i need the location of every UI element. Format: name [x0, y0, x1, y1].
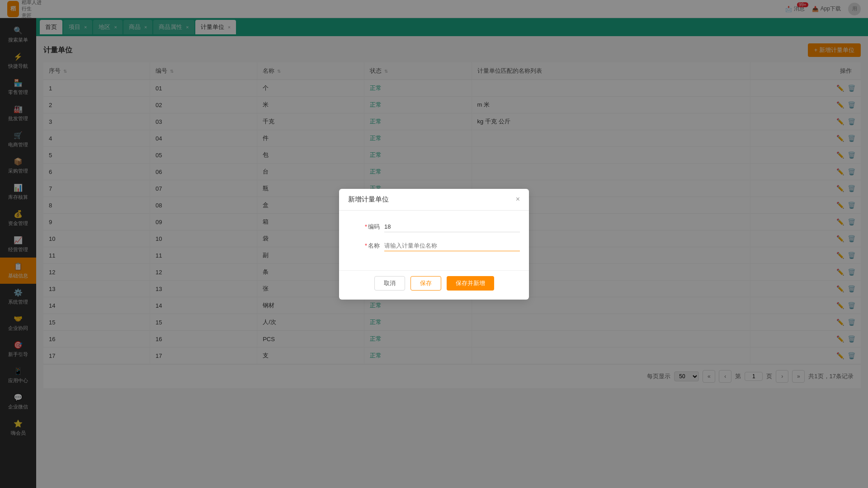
name-label: *名称: [348, 242, 380, 250]
add-unit-modal: 新增计量单位 × *编码 *名称 取消 保存 保存并新增: [339, 189, 529, 300]
modal-overlay: 新增计量单位 × *编码 *名称 取消 保存 保存并新增: [0, 0, 868, 488]
modal-body: *编码 *名称: [339, 211, 529, 270]
modal-footer: 取消 保存 保存并新增: [339, 270, 529, 300]
code-label: *编码: [348, 223, 380, 231]
save-button[interactable]: 保存: [410, 276, 441, 291]
modal-title: 新增计量单位: [348, 195, 389, 204]
required-mark: *: [365, 242, 367, 249]
cancel-button[interactable]: 取消: [374, 276, 405, 291]
required-mark: *: [365, 223, 367, 230]
name-input[interactable]: [384, 240, 520, 251]
modal-header: 新增计量单位 ×: [339, 189, 529, 211]
form-row-code: *编码: [348, 221, 520, 232]
save-new-button[interactable]: 保存并新增: [447, 276, 494, 291]
form-row-name: *名称: [348, 240, 520, 251]
code-input[interactable]: [384, 221, 520, 232]
modal-close-button[interactable]: ×: [516, 195, 520, 203]
